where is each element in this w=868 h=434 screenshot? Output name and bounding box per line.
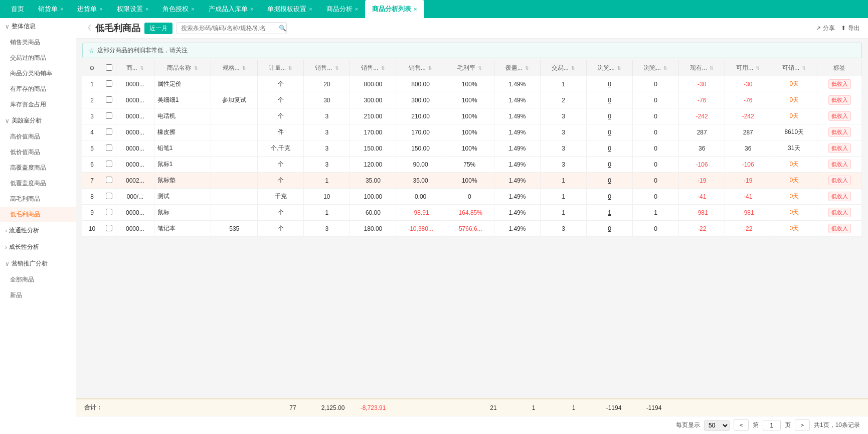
row-view1[interactable]: 0 (587, 157, 633, 173)
row-view1[interactable]: 0 (587, 140, 633, 157)
sidebar-group-overall[interactable]: ∨ 整体信息 (0, 18, 76, 35)
row-checkbox-cell[interactable] (102, 140, 116, 157)
row-view1[interactable]: 0 (587, 92, 633, 108)
row-checkbox[interactable] (106, 80, 112, 87)
sidebar-item-high-margin[interactable]: 高毛利商品 (0, 191, 76, 207)
nav-product-analysis-list[interactable]: 商品分析列表 × (365, 0, 424, 18)
close-purchase-order-icon[interactable]: × (99, 6, 102, 12)
close-permission-icon[interactable]: × (145, 6, 148, 12)
row-checkbox[interactable] (106, 193, 112, 199)
row-checkbox-cell[interactable] (102, 157, 116, 173)
row-spec: 535 (211, 221, 258, 237)
row-checkbox-cell[interactable] (102, 124, 116, 140)
col-name[interactable]: 商品名称 ⇅ (154, 60, 211, 76)
row-sales1: 3 (304, 124, 350, 140)
row-view1[interactable]: 0 (587, 189, 633, 205)
col-settings[interactable]: ⚙ (82, 60, 102, 76)
sidebar-item-new-products[interactable]: 新品 (0, 287, 76, 303)
row-checkbox-cell[interactable] (102, 221, 116, 237)
nav-template-settings[interactable]: 单据模板设置 × (260, 0, 319, 18)
col-stock2[interactable]: 可用... ⇅ (725, 60, 771, 76)
sidebar-item-all-products[interactable]: 全部商品 (0, 272, 76, 287)
sidebar-item-traded-products[interactable]: 交易过的商品 (0, 50, 76, 66)
nav-home[interactable]: 首页 (4, 0, 31, 18)
col-sales3[interactable]: 销售... ⇅ (396, 60, 445, 76)
page-number-input[interactable] (763, 420, 781, 430)
row-no: 9 (82, 205, 102, 221)
sidebar-group-growth[interactable]: › 成长性分析 (0, 239, 76, 255)
nav-purchase-order[interactable]: 进货单 × (70, 0, 109, 18)
sidebar-item-category-rate[interactable]: 商品分类助销率 (0, 66, 76, 81)
col-gross-rate[interactable]: 毛利率 ⇅ (445, 60, 494, 76)
row-unit: 个 (258, 221, 304, 237)
close-sales-order-icon[interactable]: × (60, 6, 63, 12)
share-button[interactable]: ↗ 分享 (816, 24, 835, 33)
sidebar-item-high-coverage[interactable]: 高覆盖度商品 (0, 160, 76, 176)
nav-sales-order[interactable]: 销货单 × (31, 0, 70, 18)
row-view1[interactable]: 0 (587, 108, 633, 124)
col-stock3[interactable]: 可销... ⇅ (771, 60, 817, 76)
col-stock1[interactable]: 现有... ⇅ (679, 60, 725, 76)
close-role-icon[interactable]: × (191, 6, 194, 12)
row-view2: 0 (633, 221, 679, 237)
row-checkbox-cell[interactable] (102, 92, 116, 108)
nav-product-storage[interactable]: 产成品入库单 × (202, 0, 260, 18)
prev-page-button[interactable]: ＜ (734, 419, 749, 431)
close-template-icon[interactable]: × (309, 6, 312, 12)
page-size-select[interactable]: 50 20 100 (704, 420, 730, 431)
sidebar-item-sales-products[interactable]: 销售类商品 (0, 35, 76, 50)
col-sales2[interactable]: 销售... ⇅ (350, 60, 396, 76)
close-list-icon[interactable]: × (414, 6, 417, 12)
row-checkbox[interactable] (106, 225, 112, 231)
sidebar-item-low-margin[interactable]: 低毛利商品 (0, 207, 76, 222)
export-button[interactable]: ⬆ 导出 (841, 24, 860, 33)
row-checkbox[interactable] (106, 144, 112, 151)
row-checkbox[interactable] (106, 96, 112, 103)
row-checkbox-cell[interactable] (102, 76, 116, 92)
close-storage-icon[interactable]: × (250, 6, 253, 12)
row-view1[interactable]: 0 (587, 221, 633, 237)
col-view1[interactable]: 浏览... ⇅ (587, 60, 633, 76)
col-spec[interactable]: 规格... ⇅ (211, 60, 258, 76)
row-checkbox-cell[interactable] (102, 205, 116, 221)
sidebar-item-low-coverage[interactable]: 低覆盖度商品 (0, 176, 76, 191)
col-code[interactable]: 商... ⇅ (116, 60, 154, 76)
table-container[interactable]: ⚙ 商... ⇅ 商品名称 ⇅ 规格... ⇅ 计量... ⇅ 销售... ⇅ … (82, 60, 862, 398)
row-checkbox[interactable] (106, 161, 112, 167)
search-icon[interactable]: 🔍 (279, 25, 286, 32)
nav-role-auth[interactable]: 角色授权 × (155, 0, 201, 18)
row-view1[interactable]: 0 (587, 124, 633, 140)
sidebar-item-in-stock[interactable]: 有库存的商品 (0, 81, 76, 97)
sidebar-item-stock-capital[interactable]: 库存资金占用 (0, 97, 76, 112)
col-unit[interactable]: 计量... ⇅ (258, 60, 304, 76)
col-trade[interactable]: 交易... ⇅ (540, 60, 586, 76)
col-coverage[interactable]: 覆盖... ⇅ (494, 60, 540, 76)
next-page-button[interactable]: ＞ (795, 419, 810, 431)
row-checkbox[interactable] (106, 128, 112, 135)
nav-product-analysis[interactable]: 商品分析 × (319, 0, 365, 18)
row-sales3: 0.00 (396, 189, 445, 205)
sidebar-collapse-btn[interactable]: 《 (84, 24, 91, 33)
row-checkbox[interactable] (106, 177, 112, 183)
row-view1[interactable]: 0 (587, 76, 633, 92)
row-checkbox-cell[interactable] (102, 173, 116, 189)
sidebar-group-beauty-analysis[interactable]: ∨ 美鼢室分析 (0, 112, 76, 129)
row-view1[interactable]: 0 (587, 173, 633, 189)
nav-permission-settings[interactable]: 权限设置 × (110, 0, 155, 18)
sidebar-item-high-value[interactable]: 高价值商品 (0, 129, 76, 144)
sidebar-group-circulation[interactable]: › 流通性分析 (0, 222, 76, 239)
row-checkbox-cell[interactable] (102, 108, 116, 124)
close-analysis-icon[interactable]: × (355, 6, 358, 12)
sidebar-item-low-value[interactable]: 低价值商品 (0, 144, 76, 160)
row-checkbox[interactable] (106, 112, 112, 119)
row-view1[interactable]: 1 (587, 205, 633, 221)
search-input[interactable] (177, 22, 287, 34)
sidebar-group-marketing[interactable]: ∨ 营销推广分析 (0, 255, 76, 272)
row-checkbox[interactable] (106, 209, 112, 215)
row-checkbox-cell[interactable] (102, 189, 116, 205)
page-word-before: 第 (753, 421, 759, 429)
col-view2[interactable]: 浏览... ⇅ (633, 60, 679, 76)
select-all-checkbox[interactable] (106, 64, 112, 71)
col-sales1[interactable]: 销售... ⇅ (304, 60, 350, 76)
period-button[interactable]: 近一月 (144, 23, 172, 34)
